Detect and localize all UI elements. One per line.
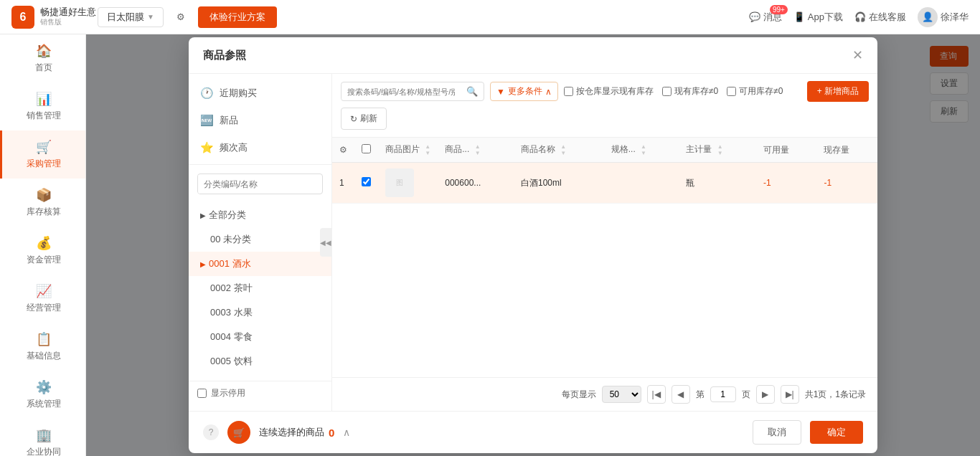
sidebar-item-finance[interactable]: 💰 资金管理 <box>0 227 85 275</box>
filter-button[interactable]: ▼ 更多条件 ∧ <box>490 82 558 101</box>
category-list: ▶ 全部分类 00 未分类 ▶ 0001 酒水 0002 茶 <box>189 200 331 381</box>
th-product-code[interactable]: 商品... ▲▼ <box>438 138 514 163</box>
th-product-img[interactable]: 商品图片 ▲▼ <box>378 138 438 163</box>
show-disabled-input[interactable] <box>197 389 207 398</box>
page-size-select[interactable]: 50 20 100 <box>602 386 641 403</box>
add-product-button[interactable]: + 新增商品 <box>807 81 869 102</box>
category-unclassified[interactable]: 00 未分类 <box>189 227 331 252</box>
checkbox-warehouse[interactable]: 按仓库显示现有库存 <box>564 85 654 98</box>
category-search-input[interactable] <box>198 175 317 194</box>
cart-icon[interactable]: 🛒 <box>227 421 250 444</box>
first-page-btn[interactable]: |◀ <box>647 385 666 404</box>
tab-frequent[interactable]: ⭐ 频次高 <box>189 134 331 161</box>
sidebar-label-corp: 企业协同 <box>27 446 61 456</box>
left-panel-bottom: 显示停用 <box>189 381 331 405</box>
message-badge: 99+ <box>770 5 788 14</box>
fold-icon[interactable]: ∧ <box>343 427 350 438</box>
th-product-name[interactable]: 商品名称 ▲▼ <box>514 138 604 163</box>
last-page-btn[interactable]: ▶| <box>781 385 799 404</box>
next-page-btn[interactable]: ▶ <box>756 385 775 404</box>
help-icon[interactable]: ? <box>203 424 219 440</box>
message-btn[interactable]: 💬 消息 99+ <box>749 11 782 24</box>
category-all[interactable]: ▶ 全部分类 <box>189 203 331 227</box>
checkbox-stock-nonzero-input[interactable] <box>662 87 672 96</box>
row-select-checkbox[interactable] <box>362 177 371 186</box>
online-service-btn[interactable]: 🎧 在线客服 <box>854 11 906 24</box>
recent-icon: 🕐 <box>200 87 214 100</box>
tab-new-label: 新品 <box>220 114 238 127</box>
right-toolbar: 🔍 ▼ 更多条件 ∧ 按仓库显示现有库存 <box>332 74 877 138</box>
sidebar-item-basic[interactable]: 📋 基础信息 <box>0 323 85 371</box>
cancel-button[interactable]: 取消 <box>753 420 801 445</box>
row-checkbox[interactable] <box>354 163 378 204</box>
sidebar-label-sales: 销售管理 <box>27 110 61 122</box>
checkbox-avail-nonzero[interactable]: 可用库存≠0 <box>727 85 783 98</box>
purchase-icon: 🛒 <box>36 139 52 155</box>
experience-button[interactable]: 体验行业方案 <box>198 6 277 28</box>
category-0001[interactable]: ▶ 0001 酒水 <box>189 252 331 276</box>
phone-icon: 📱 <box>793 11 805 22</box>
prev-page-btn[interactable]: ◀ <box>672 385 690 404</box>
checkbox-warehouse-input[interactable] <box>564 87 573 96</box>
row-code: 000600... <box>438 163 514 204</box>
right-panel: 🔍 ▼ 更多条件 ∧ 按仓库显示现有库存 <box>332 74 877 411</box>
category-0005[interactable]: 0005 饮料 <box>189 349 331 374</box>
company-selector[interactable]: 日太阳膜 ▼ <box>98 7 164 27</box>
sidebar-item-sales[interactable]: 📊 销售管理 <box>0 82 85 130</box>
refresh-button[interactable]: ↻ 刷新 <box>341 108 387 130</box>
table-header-row: ⚙ 商品图片 ▲▼ <box>332 138 877 163</box>
collapse-panel-btn[interactable]: ◀◀ <box>320 228 331 257</box>
sort-icon-name: ▲▼ <box>560 143 566 156</box>
settings-icon[interactable]: ⚙ <box>169 6 192 29</box>
category-label-00: 00 未分类 <box>200 233 251 246</box>
select-all-checkbox[interactable] <box>362 144 371 153</box>
page-number-input[interactable] <box>710 386 736 402</box>
row-name: 白酒100ml <box>514 163 604 204</box>
sidebar-item-purchase[interactable]: 🛒 采购管理 <box>0 130 85 179</box>
headset-icon: 🎧 <box>854 11 866 22</box>
category-label-0001: 0001 酒水 <box>209 257 251 270</box>
sidebar-item-home[interactable]: 🏠 首页 <box>0 34 85 82</box>
th-unit[interactable]: 主计量 ▲▼ <box>679 138 756 163</box>
product-search-input[interactable] <box>341 84 461 100</box>
confirm-button[interactable]: 确定 <box>810 421 863 444</box>
left-panel: 🕐 近期购买 🆕 新品 ⭐ 频次高 <box>189 74 332 411</box>
modal-body: 🕐 近期购买 🆕 新品 ⭐ 频次高 <box>189 74 877 411</box>
checkbox-stock-nonzero[interactable]: 现有库存≠0 <box>662 85 718 98</box>
th-settings[interactable]: ⚙ <box>332 138 354 163</box>
user-area[interactable]: 👤 徐泽华 <box>918 7 969 27</box>
filter-label: 更多条件 <box>508 85 542 98</box>
th-stock[interactable]: 现存量 <box>816 138 877 163</box>
app-download-btn[interactable]: 📱 App下载 <box>793 11 843 24</box>
category-0008[interactable]: 0008 水 <box>189 374 331 381</box>
sidebar-item-system[interactable]: ⚙️ 系统管理 <box>0 371 85 419</box>
th-product-spec[interactable]: 规格... ▲▼ <box>604 138 679 163</box>
modal-close-icon[interactable]: ✕ <box>852 47 863 63</box>
table-row[interactable]: 1 图 000600... 白酒100ml <box>332 163 877 204</box>
checkbox-avail-nonzero-input[interactable] <box>727 87 736 96</box>
pagination: 每页显示 50 20 100 |◀ ◀ 第 页 ▶ <box>332 377 877 411</box>
home-icon: 🏠 <box>36 43 52 59</box>
new-icon: 🆕 <box>200 114 214 127</box>
th-code-label: 商品... <box>445 144 469 154</box>
category-0002[interactable]: 0002 茶叶 <box>189 276 331 300</box>
sidebar-label-basic: 基础信息 <box>27 350 61 362</box>
category-search-btn[interactable]: 🔍 <box>317 174 323 194</box>
tab-new[interactable]: 🆕 新品 <box>189 107 331 134</box>
th-checkbox[interactable] <box>354 138 378 163</box>
total-info: 共1页，1条记录 <box>805 389 866 401</box>
show-disabled-checkbox[interactable]: 显示停用 <box>197 387 323 399</box>
tab-frequent-label: 频次高 <box>220 141 248 154</box>
filter-collapse-icon: ∧ <box>545 87 552 97</box>
sidebar-item-corp[interactable]: 🏢 企业协同 <box>0 419 85 456</box>
app-download-label: App下载 <box>808 11 843 24</box>
product-search-icon[interactable]: 🔍 <box>461 82 484 100</box>
sidebar-item-ops[interactable]: 📈 经营管理 <box>0 275 85 323</box>
th-available[interactable]: 可用量 <box>756 138 817 163</box>
modal-footer: ? 🛒 连续选择的商品 0 ∧ 取消 确定 <box>189 411 877 453</box>
sidebar-item-inventory[interactable]: 📦 库存核算 <box>0 179 85 227</box>
category-0004[interactable]: 0004 零食 <box>189 325 331 349</box>
category-0003[interactable]: 0003 水果 <box>189 300 331 325</box>
page-label: 第 <box>696 389 705 401</box>
tab-recent[interactable]: 🕐 近期购买 <box>189 80 331 107</box>
